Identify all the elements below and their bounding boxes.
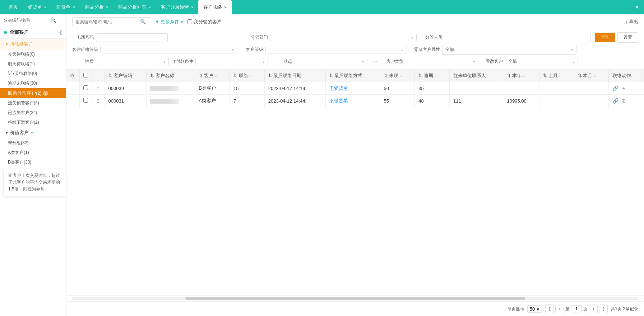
col-contact-count: ⇅ 联络... xyxy=(230,70,265,82)
nav-home[interactable]: 首页 xyxy=(4,0,23,14)
sort-icon-contact: ⇅ xyxy=(233,73,237,78)
department-field: 分管部门 ∨ xyxy=(246,34,416,41)
sidebar-item-today[interactable]: 今天待联络(0) xyxy=(0,49,66,59)
sidebar-item-tomorrow[interactable]: 明天待联络(1) xyxy=(0,59,66,69)
payment-label: 收付款条件 xyxy=(172,58,193,65)
nav-purchase-order[interactable]: 进货单 × xyxy=(51,0,80,14)
last-page-button[interactable]: ⟫ xyxy=(599,305,608,313)
row1-method-link[interactable]: 下销货单 xyxy=(329,85,348,91)
horizontal-scroll-area xyxy=(66,295,644,301)
row2-link-icon[interactable]: 🔗 xyxy=(612,98,618,104)
row2-settings xyxy=(66,95,79,107)
sidebar-item-churned[interactable]: 已流失客户(24) xyxy=(0,108,66,118)
row1-company-contacts xyxy=(449,82,503,95)
status-field: 状态 ∨ xyxy=(271,58,367,65)
nav-close-customer-tier[interactable]: × xyxy=(191,5,193,9)
col-this-year: ⇅ 本年... xyxy=(503,70,539,82)
customer-grade-label: 客户等级 xyxy=(242,47,263,53)
col-this-month: ⇅ 本月... xyxy=(574,70,609,82)
nav-product-analysis[interactable]: 商品分析 × xyxy=(80,0,113,14)
sidebar-search-input[interactable] xyxy=(4,18,50,23)
sidebar-item-unclassified[interactable]: 未分组(32) xyxy=(0,138,66,148)
price-grade-select[interactable]: ∨ xyxy=(100,46,237,53)
sidebar-search-icon[interactable]: 🔍 xyxy=(50,17,56,23)
row2-name xyxy=(147,95,195,107)
my-customer-checkbox-area[interactable]: 我分管的客户 xyxy=(187,19,222,25)
row2-checkbox-input[interactable] xyxy=(83,98,88,103)
col-index xyxy=(92,70,105,82)
row2-last-method[interactable]: 下销货单 xyxy=(325,95,380,107)
sort-icon-date: ⇅ xyxy=(268,73,272,78)
nav-sales-order[interactable]: 销货单 × xyxy=(23,0,51,14)
more-dots[interactable]: ··· xyxy=(370,58,379,65)
sidebar-item-declining[interactable]: 持续下滑客户(2) xyxy=(0,118,66,127)
sidebar-group-pending[interactable]: ▼ 待联络客户 xyxy=(0,39,66,49)
status-select[interactable]: ∨ xyxy=(295,58,367,65)
col-settings[interactable]: ⚙ xyxy=(66,70,79,82)
row2-code: 000031 xyxy=(105,95,147,107)
filter-top-bar: 🔍 ▼ 更多条件 ∨ 我分管的客户 ↑ 导出 xyxy=(66,14,644,29)
export-button[interactable]: ↑ 导出 xyxy=(626,19,639,25)
row1-checkbox-input[interactable] xyxy=(83,85,88,90)
customer-type-select[interactable]: ∨ xyxy=(406,58,479,65)
nav-close-purchase-order[interactable]: × xyxy=(73,5,75,9)
page-input[interactable] xyxy=(571,305,582,312)
payment-select[interactable]: ∨ xyxy=(195,58,268,65)
more-conditions-button[interactable]: ▼ 更多条件 ∨ xyxy=(155,19,184,25)
nav-close-product-analysis-list[interactable]: × xyxy=(148,5,150,9)
search-input[interactable] xyxy=(75,19,140,24)
customer-grade-select[interactable]: ∨ xyxy=(265,46,407,53)
sidebar-group-value[interactable]: ▼ 价值客户 ✏ xyxy=(0,127,66,138)
horizontal-scrollbar[interactable] xyxy=(72,297,638,300)
query-button[interactable]: 查询 xyxy=(595,33,615,42)
status-label: 状态 xyxy=(271,58,292,65)
person-select[interactable]: ··· xyxy=(445,34,591,41)
row1-type: B类客户 xyxy=(195,82,230,95)
table-row: 1 000039 B类客户 15 2023-04-17 14:19: 下销货单 … xyxy=(66,82,644,95)
scrollbar-thumb[interactable] xyxy=(185,297,525,300)
row1-link-icon[interactable]: 🔗 xyxy=(612,85,618,91)
gender-select[interactable]: ∨ xyxy=(96,58,169,65)
prev-page-button[interactable]: ‹ xyxy=(555,305,564,313)
nav-close-sales-order[interactable]: × xyxy=(44,5,46,9)
edit-value-icon[interactable]: ✏ xyxy=(31,131,34,135)
nav-product-analysis-list[interactable]: 商品分析列表 × xyxy=(113,0,156,14)
sidebar-item-7days[interactable]: 近7天待联络(0) xyxy=(0,69,66,79)
sidebar-item-overdue[interactable]: 逾期未联络(30) xyxy=(0,79,66,88)
next-page-button[interactable]: › xyxy=(589,305,598,313)
sidebar-item-class-a[interactable]: A类客户(1) xyxy=(0,148,66,157)
settings-button[interactable]: 设置 xyxy=(617,32,638,43)
phone-input[interactable] xyxy=(96,33,168,42)
nav-customer-tier[interactable]: 客户分层经营 × xyxy=(156,0,198,14)
sidebar-item-class-b[interactable]: B类客户(33) xyxy=(0,157,66,167)
table-container: ⚙ ⇅ 客户编码 ⇅ 客户名称 xyxy=(66,70,644,295)
pagination: 每页显示 50 ∨ ⟪ ‹ 第 页 › ⟫ 共1页 2条记录 xyxy=(66,301,644,316)
row2-grid-icon[interactable]: ⊞ xyxy=(621,98,626,104)
row1-last-method[interactable]: 下销货单 xyxy=(325,82,380,95)
department-select[interactable]: ∨ xyxy=(270,34,416,41)
first-page-button[interactable]: ⟪ xyxy=(545,305,554,313)
chevron-retail-attr-icon: ∨ xyxy=(571,48,573,52)
nav-customer-contact[interactable]: 客户联络 × xyxy=(198,0,231,14)
select-all-checkbox[interactable] xyxy=(83,73,88,77)
search-button-icon[interactable]: 🔍 xyxy=(140,19,146,24)
collapse-icon[interactable]: ❮ xyxy=(59,30,62,35)
row2-method-link[interactable]: 下销货单 xyxy=(329,98,348,103)
retail-customer-select[interactable]: 全部 ∨ xyxy=(505,57,578,66)
row1-grid-icon[interactable]: ⊞ xyxy=(621,85,626,91)
chevron-retail-cust-icon: ∨ xyxy=(572,60,575,63)
nav-close-product-analysis[interactable]: × xyxy=(106,5,108,9)
sidebar-all-customers[interactable]: ⊞ 全部客户 ❮ xyxy=(0,26,66,39)
col-customer-name: ⇅ 客户名称 xyxy=(147,70,195,82)
search-box: 🔍 xyxy=(72,17,151,26)
sidebar-item-churn-warning[interactable]: 流失预警客户(3) xyxy=(0,98,66,108)
arrow-icon: ▼ xyxy=(5,42,9,46)
nav-close-customer-contact[interactable]: × xyxy=(224,5,226,9)
customer-table: ⚙ ⇅ 客户编码 ⇅ 客户名称 xyxy=(66,70,644,107)
nav-close-all[interactable]: × xyxy=(635,4,639,11)
my-customer-checkbox[interactable] xyxy=(187,19,192,24)
per-page-select[interactable]: 50 ∨ xyxy=(527,305,542,313)
retail-attr-select[interactable]: 全部 ∨ xyxy=(442,45,576,55)
sort-icon-lastmonth: ⇅ xyxy=(543,73,547,78)
sidebar-item-repurchase-anomaly[interactable]: 回购异常客户(2) ? xyxy=(0,88,66,98)
